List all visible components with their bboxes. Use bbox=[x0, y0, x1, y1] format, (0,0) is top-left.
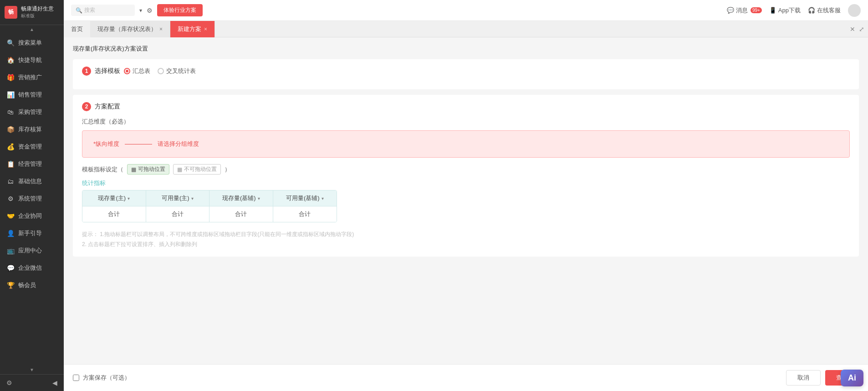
app-sub: 标准版 bbox=[21, 13, 54, 19]
draggable-indicator: ▦ 可拖动位置 bbox=[127, 164, 169, 175]
search-box[interactable]: 🔍 搜索 bbox=[71, 5, 135, 16]
main-content: 现存量(库存状况表)方案设置 1 选择模板 汇总表 交叉统计表 bbox=[64, 37, 868, 364]
stats-cell-2: 合计 bbox=[209, 206, 273, 222]
online-service-button[interactable]: 🎧 在线客服 bbox=[808, 6, 841, 15]
no-draggable-label: 不可拖动位置 bbox=[184, 165, 217, 173]
sidebar-item-search[interactable]: 🔍 搜索菜单 bbox=[0, 34, 64, 51]
sidebar-item-newguide[interactable]: 👤 新手引导 bbox=[0, 225, 64, 242]
stats-section: 统计指标 现存量(主) ▾ 可用量(主) ▾ bbox=[82, 179, 850, 222]
sidebar-item-purchase[interactable]: 🛍 采购管理 bbox=[0, 103, 64, 121]
sidebar-item-sales[interactable]: 📊 销售管理 bbox=[0, 86, 64, 103]
col-header-0[interactable]: 现存量(主) ▾ bbox=[82, 190, 146, 206]
col-header-3[interactable]: 可用量(基辅) ▾ bbox=[273, 190, 337, 206]
sidebar-item-quicknav[interactable]: 🏠 快捷导航 bbox=[0, 51, 64, 69]
dimension-selection-area[interactable]: *纵向维度 请选择分组维度 bbox=[82, 130, 850, 158]
industry-plan-button[interactable]: 体验行业方案 bbox=[157, 4, 203, 16]
message-badge: 99+ bbox=[751, 7, 762, 13]
radio-summary-circle bbox=[124, 68, 130, 74]
save-plan-checkbox[interactable] bbox=[73, 375, 79, 381]
topbar-dropdown[interactable]: ▾ bbox=[139, 7, 142, 14]
topbar: 🔍 搜索 ▾ ⚙ 体验行业方案 💬 消息 99+ 📱 App下载 🎧 在线客服 bbox=[64, 0, 868, 21]
sidebar-item-label: 营销推广 bbox=[18, 73, 42, 82]
ai-badge[interactable]: Ai bbox=[841, 370, 863, 386]
user-avatar[interactable] bbox=[848, 4, 861, 17]
settings-icon[interactable]: ⚙ bbox=[6, 379, 12, 386]
sidebar-scroll-up[interactable]: ▲ bbox=[0, 25, 64, 34]
messages-button[interactable]: 💬 消息 99+ bbox=[727, 6, 762, 15]
tab-close-icon[interactable]: ✕ bbox=[850, 26, 855, 33]
gift-icon: 🎁 bbox=[6, 73, 15, 82]
indicator-settings-suffix: ） bbox=[225, 165, 230, 174]
money-icon: 💰 bbox=[6, 143, 15, 151]
radio-cross-label: 交叉统计表 bbox=[166, 67, 196, 75]
sidebar-item-inventory[interactable]: 📦 库存核算 bbox=[0, 121, 64, 138]
tab-home[interactable]: 首页 bbox=[64, 21, 90, 37]
sidebar-item-member[interactable]: 🏆 畅会员 bbox=[0, 277, 64, 294]
stats-cell-0: 合计 bbox=[82, 206, 146, 222]
col-header-1[interactable]: 可用量(主) ▾ bbox=[146, 190, 210, 206]
template-radio-group: 汇总表 交叉统计表 bbox=[124, 67, 196, 75]
phone-icon: 📱 bbox=[769, 7, 776, 14]
sidebar-nav: 🔍 搜索菜单 🏠 快捷导航 🎁 营销推广 📊 销售管理 🛍 采购管理 📦 库存核… bbox=[0, 34, 64, 365]
tabs-bar: 首页 现存量（库存状况表） × 新建方案 × ✕ ⤢ bbox=[64, 21, 868, 37]
app-download-button[interactable]: 📱 App下载 bbox=[769, 6, 801, 15]
sidebar-item-appcenter[interactable]: 📺 应用中心 bbox=[0, 242, 64, 259]
section2-title: 方案配置 bbox=[95, 103, 120, 111]
search-placeholder: 搜索 bbox=[84, 6, 95, 14]
stats-cell-3: 合计 bbox=[273, 206, 337, 222]
collapse-icon[interactable]: ◀ bbox=[52, 379, 57, 386]
cancel-button[interactable]: 取消 bbox=[786, 370, 821, 386]
sidebar-item-marketing[interactable]: 🎁 营销推广 bbox=[0, 69, 64, 86]
tab-new-plan[interactable]: 新建方案 × bbox=[170, 21, 215, 37]
topbar-gear-icon[interactable]: ⚙ bbox=[147, 7, 153, 14]
tip-1: 提示： 1.拖动标题栏可以调整布局，不可跨维度或指标区域拖动栏目字段(只能在同一… bbox=[82, 230, 850, 240]
folder-icon: 🗂 bbox=[6, 177, 15, 185]
app-logo-icon: 畅 bbox=[5, 6, 17, 19]
radio-summary-table[interactable]: 汇总表 bbox=[124, 67, 150, 75]
sidebar-item-label: 应用中心 bbox=[18, 247, 42, 255]
sidebar-item-label: 销售管理 bbox=[18, 91, 42, 99]
col-label-2: 现存量(基辅) bbox=[222, 194, 256, 202]
headset-icon: 🎧 bbox=[808, 7, 815, 14]
sidebar-item-finance[interactable]: 💰 资金管理 bbox=[0, 138, 64, 155]
topbar-right: 💬 消息 99+ 📱 App下载 🎧 在线客服 bbox=[727, 4, 861, 17]
indicator-settings-prefix: 模板指标设定（ bbox=[82, 165, 123, 174]
sidebar-item-basicinfo[interactable]: 🗂 基础信息 bbox=[0, 173, 64, 190]
search-icon: 🔍 bbox=[76, 7, 82, 14]
sidebar-item-cooperation[interactable]: 🤝 企业协同 bbox=[0, 207, 64, 225]
radio-cross-table[interactable]: 交叉统计表 bbox=[158, 67, 196, 75]
tab-actions: ✕ ⤢ bbox=[850, 26, 868, 33]
sidebar-item-label: 畅会员 bbox=[18, 281, 36, 289]
section1-number: 1 bbox=[82, 67, 91, 76]
summary-dimension-label: 汇总维度（必选） bbox=[82, 118, 850, 126]
page-title: 现存量(库存状况表)方案设置 bbox=[73, 45, 859, 53]
sidebar-item-weixin[interactable]: 💬 企业微信 bbox=[0, 259, 64, 277]
radio-summary-label: 汇总表 bbox=[133, 67, 150, 75]
sidebar-item-label: 企业微信 bbox=[18, 264, 42, 272]
footer: 方案保存（可选） 取消 查询 bbox=[64, 364, 868, 391]
stats-cell-1: 合计 bbox=[146, 206, 210, 222]
home-icon: 🏠 bbox=[6, 56, 15, 64]
sidebar-item-operations[interactable]: 📋 经营管理 bbox=[0, 155, 64, 173]
box-icon: 📦 bbox=[6, 125, 15, 134]
col-header-2[interactable]: 现存量(基辅) ▾ bbox=[209, 190, 273, 206]
chart-icon: 📊 bbox=[6, 91, 15, 99]
save-plan-label: 方案保存（可选） bbox=[83, 374, 130, 382]
sidebar-item-system[interactable]: ⚙ 系统管理 bbox=[0, 190, 64, 207]
sidebar: 畅 畅康通好生意 标准版 ▲ 🔍 搜索菜单 🏠 快捷导航 🎁 营销推广 📊 销售… bbox=[0, 0, 64, 391]
dimension-placeholder: 请选择分组维度 bbox=[158, 140, 199, 148]
tab-new-plan-close[interactable]: × bbox=[204, 26, 207, 32]
tab-inventory-status[interactable]: 现存量（库存状况表） × bbox=[90, 21, 170, 37]
user-icon: 👤 bbox=[6, 229, 15, 237]
sidebar-scroll-down[interactable]: ▼ bbox=[0, 365, 64, 374]
stats-table-row: 合计 合计 合计 合计 bbox=[82, 206, 337, 222]
trophy-icon: 🏆 bbox=[6, 281, 15, 289]
col-label-1: 可用量(主) bbox=[162, 194, 189, 202]
section1-title: 选择模板 bbox=[95, 67, 120, 75]
app-name: 畅康通好生意 bbox=[21, 5, 54, 13]
col-chevron-2: ▾ bbox=[258, 196, 260, 201]
sidebar-logo: 畅 畅康通好生意 标准版 bbox=[0, 0, 64, 25]
chat-icon: 💬 bbox=[6, 264, 15, 272]
tab-expand-icon[interactable]: ⤢ bbox=[859, 26, 864, 33]
tab-inventory-close[interactable]: × bbox=[159, 26, 163, 32]
